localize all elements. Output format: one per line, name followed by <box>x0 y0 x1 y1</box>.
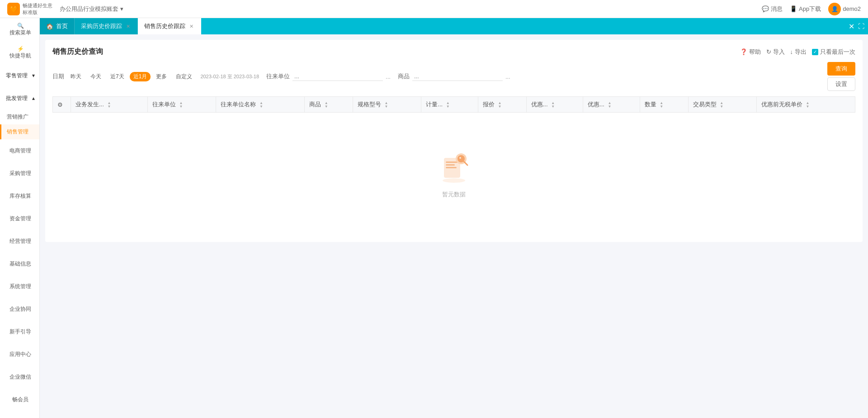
table-settings-icon[interactable]: ⚙ <box>57 101 63 108</box>
settings-button[interactable]: 设置 <box>827 77 855 91</box>
sidebar-item-operations[interactable]: 经营管理 <box>0 230 39 252</box>
partner-filter-group: 往来单位 ... <box>266 72 391 81</box>
chevron-down-icon: ▾ <box>32 72 35 79</box>
col-pretax-price[interactable]: 优惠前无税单价 ▲▼ <box>756 97 855 113</box>
app-download-btn[interactable]: 📱 App下载 <box>790 5 821 13</box>
tab-home[interactable]: 🏠 首页 <box>40 18 75 34</box>
empty-state: 暂元数据 <box>52 113 855 235</box>
date-chip-yesterday[interactable]: 昨天 <box>67 72 85 81</box>
sort-icon-partner-code: ▲▼ <box>179 101 183 109</box>
data-table: ⚙ 业务发生... ▲▼ 往来单位 ▲▼ <box>52 96 855 113</box>
empty-text: 暂元数据 <box>442 190 466 199</box>
date-chip-today[interactable]: 今天 <box>87 72 105 81</box>
help-btn[interactable]: ❓ 帮助 <box>740 48 761 56</box>
svg-rect-3 <box>446 164 455 166</box>
date-chip-custom[interactable]: 自定义 <box>172 72 196 81</box>
message-btn[interactable]: 💬 消息 <box>762 5 783 13</box>
date-filter-group: 日期 昨天 今天 近7天 近1月 更多 自定义 2023-02-18 至 202… <box>52 72 259 81</box>
partner-filter-input[interactable] <box>292 72 383 81</box>
sidebar-item-member[interactable]: 畅会员 <box>0 388 39 411</box>
col-trade-type[interactable]: 交易类型 ▲▼ <box>688 97 756 113</box>
sidebar-item-guide[interactable]: 新手引导 <box>0 320 39 343</box>
maximize-btn[interactable]: ⛶ <box>858 23 864 30</box>
svg-line-7 <box>464 162 467 165</box>
product-filter-input[interactable] <box>412 72 503 81</box>
import-btn[interactable]: ↻ 导入 <box>766 48 785 56</box>
page-actions: ❓ 帮助 ↻ 导入 ↓ 导出 ✓ 只看最后一次 <box>740 48 856 56</box>
content-area: 🏠 首页 采购历史价跟踪 ✕ 销售历史价跟踪 ✕ ✕ ⛶ 销售历史价查询 <box>40 18 868 418</box>
col-discount1[interactable]: 优惠... ▲▼ <box>526 97 583 113</box>
filter-row: 日期 昨天 今天 近7天 近1月 更多 自定义 2023-02-18 至 202… <box>52 62 855 91</box>
col-product[interactable]: 商品 ▲▼ <box>305 97 353 113</box>
sidebar-item-marketing[interactable]: 营销推广 <box>0 109 39 124</box>
col-discount2[interactable]: 优惠... ▲▼ <box>583 97 640 113</box>
sort-icon-biz-date: ▲▼ <box>107 101 111 109</box>
app-selector[interactable]: 办公用品行业模拟账套 ▾ <box>56 5 127 13</box>
sort-icon-product: ▲▼ <box>325 101 328 109</box>
col-spec[interactable]: 规格型号 ▲▼ <box>353 97 421 113</box>
col-partner-code[interactable]: 往来单位 ▲▼ <box>147 97 216 113</box>
tab-purchase-history[interactable]: 采购历史价跟踪 ✕ <box>75 18 138 34</box>
page-title: 销售历史价查询 <box>52 47 103 57</box>
sidebar: 🔍 搜索菜单 ⚡ 快捷导航 零售管理 ▾ 批发管理 ▴ 营销推广 销售管理 电商… <box>0 18 40 418</box>
message-icon: 💬 <box>762 5 769 12</box>
user-area[interactable]: 👤 demo2 <box>828 3 861 15</box>
tab-sales-history[interactable]: 销售历史价跟踪 ✕ <box>138 18 201 34</box>
sort-icon-discount2: ▲▼ <box>608 101 612 109</box>
sidebar-item-retail[interactable]: 零售管理 ▾ <box>0 64 39 87</box>
col-partner-name[interactable]: 往来单位名称 ▲▼ <box>216 97 305 113</box>
sidebar-item-wholesale[interactable]: 批发管理 ▴ <box>0 87 39 109</box>
col-settings: ⚙ <box>53 97 71 113</box>
close-tab-sales-history[interactable]: ✕ <box>188 23 194 29</box>
product-filter-dots: ... <box>505 73 510 80</box>
partner-filter-dots: ... <box>386 73 391 80</box>
date-range-display: 2023-02-18 至 2023-03-18 <box>200 73 259 80</box>
sidebar-item-basic[interactable]: 基础信息 <box>0 252 39 275</box>
sort-icon-spec: ▲▼ <box>385 101 388 109</box>
search-icon: 🔍 <box>17 23 24 29</box>
product-filter-label: 商品 <box>398 72 410 81</box>
sidebar-item-ecommerce[interactable]: 电商管理 <box>0 139 39 162</box>
date-chip-7days[interactable]: 近7天 <box>107 72 128 81</box>
app-logo-icon: 🧡 <box>7 3 20 15</box>
date-chip-more[interactable]: 更多 <box>152 72 170 81</box>
home-icon: 🏠 <box>46 23 53 30</box>
col-biz-date[interactable]: 业务发生... ▲▼ <box>71 97 148 113</box>
top-header: 🧡 畅捷通好生意 标准版 办公用品行业模拟账套 ▾ 💬 消息 📱 App下载 👤… <box>0 0 868 18</box>
sidebar-item-appstore[interactable]: 应用中心 <box>0 343 39 366</box>
tab-bar: 🏠 首页 采购历史价跟踪 ✕ 销售历史价跟踪 ✕ ✕ ⛶ <box>40 18 868 34</box>
sidebar-item-search[interactable]: 🔍 搜索菜单 <box>0 18 39 41</box>
export-btn[interactable]: ↓ 导出 <box>790 48 807 56</box>
col-unit[interactable]: 计量... ▲▼ <box>421 97 478 113</box>
sidebar-item-system[interactable]: 系统管理 <box>0 275 39 298</box>
sort-icon-quantity: ▲▼ <box>660 101 663 109</box>
sort-icon-quote: ▲▼ <box>498 101 501 109</box>
empty-state-icon <box>436 149 472 185</box>
table-container: ⚙ 业务发生... ▲▼ 往来单位 ▲▼ <box>52 96 855 113</box>
sidebar-item-inventory[interactable]: 库存核算 <box>0 185 39 207</box>
close-tab-purchase-history[interactable]: ✕ <box>125 23 131 29</box>
header-right: 💬 消息 📱 App下载 👤 demo2 <box>762 3 861 15</box>
sidebar-item-sales[interactable]: 销售管理 <box>0 124 39 139</box>
sort-icon-partner-name: ▲▼ <box>259 101 263 109</box>
date-chip-1month[interactable]: 近1月 <box>130 72 151 81</box>
help-icon: ❓ <box>740 48 747 55</box>
only-last-checkbox[interactable]: ✓ 只看最后一次 <box>812 48 855 56</box>
col-quote[interactable]: 报价 ▲▼ <box>478 97 526 113</box>
date-chips: 昨天 今天 近7天 近1月 更多 自定义 <box>67 72 196 81</box>
sidebar-item-enterprise[interactable]: 企业协同 <box>0 298 39 320</box>
tab-bar-actions: ✕ ⛶ <box>849 22 868 31</box>
col-quantity[interactable]: 数量 ▲▼ <box>640 97 688 113</box>
sidebar-item-quick-nav[interactable]: ⚡ 快捷导航 <box>0 41 39 64</box>
close-all-tabs-btn[interactable]: ✕ <box>849 22 854 31</box>
sidebar-item-wechat[interactable]: 企业微信 <box>0 366 39 388</box>
sidebar-item-purchase[interactable]: 采购管理 <box>0 162 39 185</box>
svg-point-0 <box>443 178 465 183</box>
download-icon: 📱 <box>790 5 797 12</box>
logo-area: 🧡 畅捷通好生意 标准版 <box>7 2 52 15</box>
page-panel: 销售历史价查询 ❓ 帮助 ↻ 导入 ↓ 导出 <box>45 40 863 242</box>
query-button[interactable]: 查询 <box>827 62 855 76</box>
sort-icon-discount1: ▲▼ <box>551 101 555 109</box>
sidebar-item-finance[interactable]: 资金管理 <box>0 207 39 230</box>
partner-filter-label: 往来单位 <box>266 72 290 81</box>
